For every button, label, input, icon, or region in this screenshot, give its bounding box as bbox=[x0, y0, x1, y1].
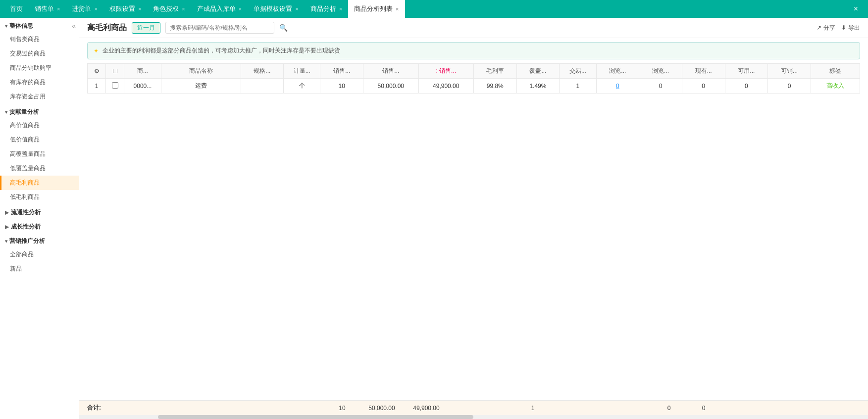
sidebar-item-traded-goods[interactable]: 交易过的商品 bbox=[0, 47, 79, 61]
col-gross-rate[interactable]: 毛利率 bbox=[473, 64, 516, 79]
page-title: 高毛利商品 bbox=[87, 23, 127, 33]
export-icon: ⬇ bbox=[841, 24, 846, 31]
close-template[interactable]: × bbox=[295, 6, 298, 12]
header-actions: ↗ 分享 ⬇ 导出 bbox=[817, 24, 860, 32]
nav-template[interactable]: 单据模板设置 × bbox=[248, 0, 304, 18]
export-button[interactable]: ⬇ 导出 bbox=[841, 24, 860, 32]
main-layout: « ▾ 整体信息 销售类商品 交易过的商品 商品分销助购率 有库存的商品 库存资… bbox=[0, 18, 868, 419]
cell-index: 1 bbox=[88, 79, 106, 93]
info-banner: ✦ 企业的主要的利润都是这部分商品创造的，可考虑加大推广，同时关注库存是不要出现… bbox=[87, 42, 860, 59]
sidebar-collapse-button[interactable]: « bbox=[72, 22, 76, 30]
col-name[interactable]: 商品名称 bbox=[161, 64, 241, 79]
sidebar-group-overall[interactable]: ▾ 整体信息 bbox=[0, 18, 79, 32]
content-header: 高毛利商品 近一月 🔍 ↗ 分享 ⬇ 导出 bbox=[79, 18, 868, 38]
col-spec[interactable]: 规格... bbox=[241, 64, 284, 79]
footer-sales3: 49,900.00 bbox=[404, 405, 449, 412]
col-available[interactable]: 可用... bbox=[725, 64, 768, 79]
col-unit[interactable]: 计量... bbox=[284, 64, 320, 79]
footer-sales2: 50,000.00 bbox=[359, 405, 404, 412]
content-area: 高毛利商品 近一月 🔍 ↗ 分享 ⬇ 导出 ✦ 企业的主要的利润都是这部分商品创… bbox=[79, 18, 868, 419]
sidebar-group-marketing[interactable]: ▾ 营销推广分析 bbox=[0, 233, 79, 247]
cell-current: 0 bbox=[682, 79, 725, 93]
close-product-analysis-list[interactable]: × bbox=[396, 6, 399, 12]
col-checkbox[interactable]: ☐ bbox=[106, 64, 124, 79]
col-sales2[interactable]: 销售... bbox=[363, 64, 418, 79]
nav-product-warehouse[interactable]: 产成品入库单 × bbox=[191, 0, 248, 18]
col-code[interactable]: 商... bbox=[124, 64, 161, 79]
col-trades[interactable]: 交易... bbox=[560, 64, 596, 79]
nav-role[interactable]: 角色授权 × bbox=[147, 0, 191, 18]
sidebar-item-high-margin[interactable]: 高毛利商品 bbox=[0, 176, 79, 190]
col-browse1[interactable]: 浏览... bbox=[596, 64, 639, 79]
share-button[interactable]: ↗ 分享 bbox=[817, 24, 835, 32]
row-checkbox[interactable] bbox=[112, 82, 118, 89]
close-product-analysis[interactable]: × bbox=[339, 6, 342, 12]
col-coverage[interactable]: 覆盖... bbox=[516, 64, 560, 79]
time-filter-button[interactable]: 近一月 bbox=[132, 22, 160, 34]
group-flow-arrow: ▶ bbox=[5, 210, 9, 215]
col-browse2[interactable]: 浏览... bbox=[639, 64, 682, 79]
sidebar-item-new-goods[interactable]: 新品 bbox=[0, 262, 79, 276]
search-input[interactable] bbox=[165, 22, 274, 34]
sidebar: « ▾ 整体信息 销售类商品 交易过的商品 商品分销助购率 有库存的商品 库存资… bbox=[0, 18, 79, 419]
sidebar-group-contribution[interactable]: ▾ 贡献量分析 bbox=[0, 104, 79, 118]
col-sales1[interactable]: 销售... bbox=[320, 64, 363, 79]
col-sellable[interactable]: 可销... bbox=[768, 64, 811, 79]
sidebar-item-high-value[interactable]: 高价值商品 bbox=[0, 118, 79, 133]
close-purchase-order[interactable]: × bbox=[94, 6, 97, 12]
nav-product-analysis[interactable]: 商品分析 × bbox=[305, 0, 348, 18]
table-container: ⚙ ☐ 商... 商品名称 规格... 计量... 销售... 销售... : … bbox=[79, 63, 868, 400]
cell-checkbox[interactable] bbox=[106, 79, 124, 93]
cell-browse1[interactable]: 0 bbox=[596, 79, 639, 93]
group-contribution-arrow: ▾ bbox=[5, 109, 7, 115]
cell-sellable: 0 bbox=[768, 79, 811, 93]
sidebar-item-stock-fund[interactable]: 库存资金占用 bbox=[0, 90, 79, 104]
nav-purchase-order[interactable]: 进货单 × bbox=[66, 0, 103, 18]
table-header-row: ⚙ ☐ 商... 商品名称 规格... 计量... 销售... 销售... : … bbox=[88, 64, 860, 79]
sidebar-group-flow[interactable]: ▶ 流通性分析 bbox=[0, 204, 79, 219]
sidebar-group-growth[interactable]: ▶ 成长性分析 bbox=[0, 219, 79, 233]
sidebar-item-all-goods[interactable]: 全部商品 bbox=[0, 247, 79, 262]
footer-sales1: 10 bbox=[325, 405, 359, 412]
footer-available: 0 bbox=[652, 405, 686, 412]
search-icon[interactable]: 🔍 bbox=[279, 24, 288, 32]
sidebar-item-low-value[interactable]: 低价值商品 bbox=[0, 133, 79, 147]
cell-code: 0000... bbox=[124, 79, 161, 93]
nav-sales-order[interactable]: 销售单 × bbox=[29, 0, 66, 18]
group-overall-arrow: ▾ bbox=[5, 23, 7, 29]
cell-coverage: 1.49% bbox=[516, 79, 560, 93]
cell-trades: 1 bbox=[560, 79, 596, 93]
top-navigation: 首页 销售单 × 进货单 × 权限设置 × 角色授权 × 产成品入库单 × 单据… bbox=[0, 0, 868, 18]
col-sales3[interactable]: : 销售... bbox=[418, 64, 473, 79]
horizontal-scrollbar[interactable] bbox=[79, 415, 868, 419]
close-sales-order[interactable]: × bbox=[57, 6, 60, 12]
footer-sellable: 0 bbox=[686, 405, 721, 412]
nav-permission[interactable]: 权限设置 × bbox=[103, 0, 147, 18]
cell-gross-rate: 99.8% bbox=[473, 79, 516, 93]
total-label: 合计: bbox=[87, 404, 166, 412]
cell-spec bbox=[241, 79, 284, 93]
close-role[interactable]: × bbox=[182, 6, 185, 12]
col-current[interactable]: 现有... bbox=[682, 64, 725, 79]
scrollbar-thumb[interactable] bbox=[158, 415, 473, 419]
cell-available: 0 bbox=[725, 79, 768, 93]
sidebar-item-low-coverage[interactable]: 低覆盖量商品 bbox=[0, 161, 79, 176]
sidebar-item-low-margin[interactable]: 低毛利商品 bbox=[0, 190, 79, 204]
cell-sales1: 10 bbox=[320, 79, 363, 93]
sidebar-item-high-coverage[interactable]: 高覆盖量商品 bbox=[0, 147, 79, 161]
close-window-button[interactable]: × bbox=[848, 4, 864, 13]
col-settings[interactable]: ⚙ bbox=[88, 64, 106, 79]
cell-unit: 个 bbox=[284, 79, 320, 93]
close-product-warehouse[interactable]: × bbox=[239, 6, 242, 12]
data-table: ⚙ ☐ 商... 商品名称 规格... 计量... 销售... 销售... : … bbox=[87, 63, 860, 93]
col-tag[interactable]: 标签 bbox=[811, 64, 860, 79]
table-row: 1 0000... 运费 个 10 50,000.00 49,900.00 99… bbox=[88, 79, 860, 93]
cell-name: 运费 bbox=[161, 79, 241, 93]
nav-product-analysis-list[interactable]: 商品分析列表 × bbox=[348, 0, 405, 18]
sidebar-item-stocked-goods[interactable]: 有库存的商品 bbox=[0, 75, 79, 90]
nav-home[interactable]: 首页 bbox=[4, 0, 29, 18]
close-permission[interactable]: × bbox=[138, 6, 141, 12]
cell-sales3: 49,900.00 bbox=[418, 79, 473, 93]
sidebar-item-sales-goods[interactable]: 销售类商品 bbox=[0, 32, 79, 47]
sidebar-item-distribution-rate[interactable]: 商品分销助购率 bbox=[0, 61, 79, 75]
